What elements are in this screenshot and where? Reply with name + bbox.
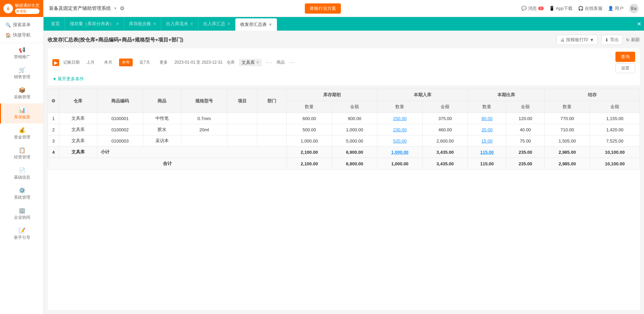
tab-home[interactable]: 首页 [46,17,65,31]
date-cur-month-button[interactable]: 本月 [101,59,115,66]
inventory-icon: 📊 [19,107,26,113]
row2-out-amt: 40.00 [506,124,545,135]
footer-row: 合计 2,100.00 6,900.00 1,000.00 3,435.00 1… [48,158,640,170]
online-service-button[interactable]: 🎧 在线客服 [578,5,602,12]
table-row: 1 文具库 0100001 中性笔 0.7mm 600.00 900.00 25… [48,113,640,124]
export-button[interactable]: ⬇ 导出 [601,35,623,45]
user-avatar[interactable]: Ea [629,4,639,13]
date-more-button[interactable]: 更多 [157,59,170,66]
tab-inout-summary-close[interactable]: ✕ [227,22,230,26]
row1-out-amt: 120.00 [506,113,545,124]
date-cur-year-button[interactable]: 本年 [119,59,133,66]
footer-label: 合计 [48,158,287,170]
col-open-qty: 数量 [287,101,332,113]
filter-toggle-button[interactable]: ▶ [52,59,59,66]
tab-stock-summary-label: 收发存汇总表 [240,21,267,28]
sidebar-item-operations[interactable]: 📋 经营管理 [0,144,43,164]
row3-bal-amt: 7,525.00 [590,135,640,147]
expand-icon: ▼ [52,77,57,82]
subtotal-bal-amt: 10,100.00 [590,147,640,158]
main-content: 装备及固定资产辅助管理系统 ▼ ⚙ 体验行业方案 💬 消息 6 📱 App下载 … [44,0,644,314]
row2-in-qty[interactable]: 230.00 [377,124,423,135]
tab-inventory-dist[interactable]: 现存量（库存分布表） ✕ [65,17,124,31]
filter-settings-button[interactable]: 设置 [615,63,635,73]
warehouse-tag-close[interactable]: ✕ [256,60,259,65]
col-settings[interactable]: ⚙ [48,89,59,113]
sidebar-item-search[interactable]: 🔍 搜索菜单 [3,20,40,30]
row3-out-qty[interactable]: 15.00 [468,135,506,147]
tab-stock-summary-close[interactable]: ✕ [269,22,272,27]
system-title: 装备及固定资产辅助管理系统 [49,5,111,12]
sidebar-item-sales[interactable]: 🛒 销售管理 [0,63,43,83]
sidebar-item-finance[interactable]: 💰 资金管理 [0,123,43,144]
refresh-icon: ↻ [626,37,630,43]
row3-open-qty: 1,000.00 [287,135,332,147]
row2-spec: 20ml [181,124,227,135]
print-icon: 🖨 [560,37,565,43]
date-7days-button[interactable]: 近7天 [137,59,153,66]
footer-out-qty: 115.00 [468,158,506,170]
tab-inout-flow-close[interactable]: ✕ [190,22,193,26]
tab-stock-summary[interactable]: 收发存汇总表 ✕ [235,18,277,31]
sidebar-item-company[interactable]: 🏢 企业协同 [0,204,43,224]
row3-spec [181,135,227,147]
marketing-icon: 📢 [19,47,26,53]
row1-open-amt: 900.00 [332,113,377,124]
expand-filter-button[interactable]: ▼ 展开更多条件 [52,76,84,82]
base-label: 基础信息 [14,175,30,180]
tab-inout-flow[interactable]: 出入库流水 ✕ [161,17,198,31]
page-header: 收发存汇总表(按仓库+商品编码+商品+规格型号+项目+部门) 🖨 按模板打印 ▼… [48,35,640,45]
sidebar-item-inventory[interactable]: 📊 库存核算 [0,103,43,123]
goods-label: 商品 [277,60,285,65]
page-title: 收发存汇总表(按仓库+商品编码+商品+规格型号+项目+部门) [48,37,183,43]
sidebar-item-base[interactable]: 📄 基础信息 [0,164,43,184]
settings-icon[interactable]: ⚙ [120,5,125,12]
sidebar-item-purchase[interactable]: 📦 采购管理 [0,83,43,103]
col-in-amt: 金额 [423,101,468,113]
col-open-amt: 金额 [332,101,377,113]
row1-in-amt: 375.00 [423,113,468,124]
message-button[interactable]: 💬 消息 6 [521,5,544,12]
sidebar-item-system[interactable]: ⚙️ 系统管理 [0,184,43,204]
row2-bal-qty: 710.00 [545,124,590,135]
tab-batch-close[interactable]: ✕ [153,22,156,26]
subtotal-in-qty[interactable]: 1,000.00 [377,147,423,158]
quick-nav-icon: 🏠 [5,33,11,38]
warehouse-more-dots[interactable]: ··· [266,60,273,66]
user-menu[interactable]: 👤 用户 [608,5,624,12]
row3-in-amt: 2,600.00 [423,135,468,147]
tab-inventory-dist-close[interactable]: ✕ [116,22,119,26]
guide-icon: 📝 [19,227,26,234]
system-title-dropdown-icon[interactable]: ▼ [114,6,117,10]
refresh-button[interactable]: ↻ 刷新 [626,37,640,43]
print-button[interactable]: 🖨 按模板打印 ▼ [557,35,598,45]
message-badge: 6 [538,6,544,10]
tabbar-close-all[interactable]: ✕ [637,21,641,27]
inventory-label: 库存核算 [14,114,30,120]
sales-icon: 🛒 [19,67,26,73]
message-icon: 💬 [521,6,527,11]
tab-inventory-dist-label: 现存量（库存分布表） [70,21,114,27]
goods-more-dots[interactable]: ··· [289,60,295,66]
tab-inout-summary[interactable]: 出入库汇总 ✕ [198,17,235,31]
tab-batch[interactable]: 库存批次账 ✕ [124,17,161,31]
sidebar-item-guide[interactable]: 📝 新手引导 [0,224,43,244]
row3-in-qty[interactable]: 520.00 [377,135,423,147]
row1-bal-qty: 770.00 [545,113,590,124]
date-prev-month-button[interactable]: 上月 [84,59,97,66]
row1-in-qty[interactable]: 250.00 [377,113,423,124]
sidebar-item-marketing[interactable]: 📢 营销推广 [0,43,43,63]
row1-out-qty[interactable]: 80.00 [468,113,506,124]
subtotal-label: 小计 [97,147,287,158]
app-download-button[interactable]: 📱 App下载 [549,5,573,12]
row2-out-qty[interactable]: 20.00 [468,124,506,135]
row3-warehouse: 文具库 [59,135,97,147]
col-warehouse-header: 仓库 [59,89,97,113]
experience-button[interactable]: 体验行业方案 [305,3,341,14]
row1-project [227,113,257,124]
query-button[interactable]: 查询 [615,52,635,62]
subtotal-out-qty[interactable]: 115.00 [468,147,506,158]
footer-out-amt: 235.00 [506,158,545,170]
row1-warehouse: 文具库 [59,113,97,124]
sidebar-item-quick[interactable]: 🏠 快捷导航 [3,30,40,40]
